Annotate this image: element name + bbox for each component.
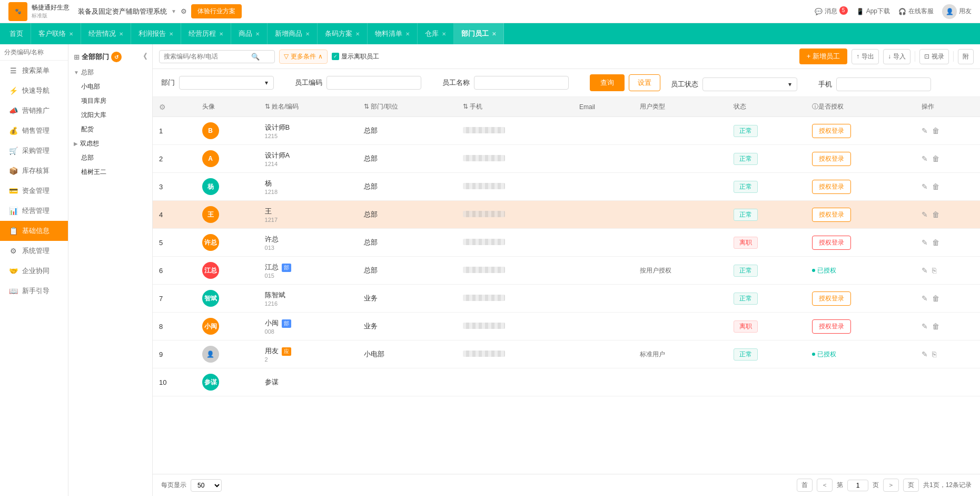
export-button[interactable]: ↑ 导出 xyxy=(852,49,879,64)
dropdown-arrow-icon[interactable]: ▼ xyxy=(171,8,176,14)
copy-icon[interactable]: ⎘ xyxy=(932,350,936,358)
tab-warehouse[interactable]: 仓库 ✕ xyxy=(418,23,454,44)
message-btn[interactable]: 💬 消息 5 xyxy=(815,7,848,16)
auth-login-button[interactable]: 授权登录 xyxy=(812,319,851,334)
sidebar-item-sales[interactable]: 💰 销售管理 xyxy=(0,121,68,141)
copy-icon[interactable]: ⎘ xyxy=(932,266,936,275)
tab-goods[interactable]: 商品 ✕ xyxy=(231,23,268,44)
dept-refresh-btn[interactable]: ↺ xyxy=(111,52,122,62)
dept-filter-select[interactable]: ▾ xyxy=(179,76,274,90)
page-number-input[interactable] xyxy=(847,480,868,491)
dept-item-xiaodibu[interactable]: 小电部 xyxy=(68,80,152,94)
edit-icon[interactable]: ✎ xyxy=(922,294,928,303)
tab-barcode[interactable]: 条码方案 ✕ xyxy=(318,23,368,44)
trial-button[interactable]: 体验行业方案 xyxy=(191,4,242,18)
online-service-btn[interactable]: 🎧 在线客服 xyxy=(898,7,934,16)
search-button[interactable]: 查询 xyxy=(590,74,625,91)
prev-page-button[interactable]: ＜ xyxy=(817,479,833,492)
show-resigned-toggle[interactable]: ✓ 显示离职员工 xyxy=(332,52,379,61)
auth-login-button[interactable]: 授权登录 xyxy=(812,291,851,306)
col-phone[interactable]: ⇅ 手机 xyxy=(457,97,573,117)
auth-login-button[interactable]: 授权登录 xyxy=(812,236,851,250)
tab-home[interactable]: 首页 xyxy=(4,23,31,44)
empcode-filter-input[interactable] xyxy=(326,76,421,90)
empstatus-filter-select[interactable]: ▾ xyxy=(702,77,797,91)
sidebar-item-business[interactable]: 📊 经营管理 xyxy=(0,201,68,221)
app-download-btn[interactable]: 📱 App下载 xyxy=(856,7,890,16)
edit-icon[interactable]: ✎ xyxy=(922,322,928,330)
sidebar-item-basic[interactable]: 📋 基础信息 xyxy=(0,221,68,241)
col-settings[interactable]: ⚙ xyxy=(153,97,196,117)
settings-col-icon[interactable]: ⚙ xyxy=(159,103,166,111)
sidebar-item-marketing[interactable]: 📣 营销推广 xyxy=(0,101,68,121)
next-page-button[interactable]: ＞ xyxy=(883,479,899,492)
auth-login-button[interactable]: 授权登录 xyxy=(812,208,851,222)
edit-icon[interactable]: ✎ xyxy=(922,266,928,275)
more-filter-btn[interactable]: ▽ 更多条件 ∧ xyxy=(279,50,328,64)
close-icon[interactable]: ✕ xyxy=(355,31,360,37)
close-icon[interactable]: ✕ xyxy=(69,31,73,37)
sidebar-item-purchase[interactable]: 🛒 采购管理 xyxy=(0,141,68,161)
col-name-code[interactable]: ⇅ 姓名/编码 xyxy=(259,97,358,117)
edit-icon[interactable]: ✎ xyxy=(922,238,928,247)
first-page-button[interactable]: 首 xyxy=(797,479,813,492)
edit-icon[interactable]: ✎ xyxy=(922,182,928,191)
delete-icon[interactable]: 🗑 xyxy=(932,154,939,163)
close-icon[interactable]: ✕ xyxy=(305,31,310,37)
sidebar-item-system[interactable]: ⚙ 系统管理 xyxy=(0,241,68,261)
search-input[interactable] xyxy=(164,53,248,60)
tab-profit[interactable]: 利润报告 ✕ xyxy=(131,23,181,44)
tab-customer[interactable]: 客户联络 ✕ xyxy=(31,23,81,44)
search-icon[interactable]: 🔍 xyxy=(251,53,260,61)
delete-icon[interactable]: 🗑 xyxy=(932,238,939,247)
sidebar-item-finance[interactable]: 💳 资金管理 xyxy=(0,181,68,201)
dept-item-shenyang[interactable]: 沈阳大库 xyxy=(68,108,152,122)
close-icon[interactable]: ✕ xyxy=(405,31,410,37)
sidebar-item-search[interactable]: ☰ 搜索菜单 xyxy=(0,61,68,81)
tab-bom[interactable]: 物料清单 ✕ xyxy=(368,23,418,44)
tab-dept-staff[interactable]: 部门员工 ✕ xyxy=(454,23,504,44)
col-dept-position[interactable]: ⇅ 部门/职位 xyxy=(358,97,457,117)
dept-item-projroom[interactable]: 项目库房 xyxy=(68,94,152,108)
view-button[interactable]: ⊡ 视录 xyxy=(919,49,949,64)
dept-item-peihuo[interactable]: 配货 xyxy=(68,122,152,137)
delete-icon[interactable]: 🗑 xyxy=(932,182,939,191)
sidebar-item-collab[interactable]: 🤝 企业协同 xyxy=(0,261,68,281)
dept-item-zongbu[interactable]: ▼ 总部 xyxy=(68,65,152,80)
close-icon[interactable]: ✕ xyxy=(119,31,123,37)
tab-process[interactable]: 经营历程 ✕ xyxy=(181,23,231,44)
dept-item-zongbu2[interactable]: 总部 xyxy=(68,151,152,165)
auth-login-button[interactable]: 授权登录 xyxy=(812,180,851,194)
settings-icon[interactable]: ⚙ xyxy=(181,7,187,15)
edit-icon[interactable]: ✎ xyxy=(922,127,928,135)
column-settings-button[interactable]: 附 xyxy=(958,49,974,64)
sidebar-item-inventory[interactable]: 📦 库存核算 xyxy=(0,161,68,181)
delete-icon[interactable]: 🗑 xyxy=(932,322,939,330)
delete-icon[interactable]: 🗑 xyxy=(932,127,939,135)
auth-login-button[interactable]: 授权登录 xyxy=(812,124,851,138)
auth-login-button[interactable]: 授权登录 xyxy=(812,152,851,166)
sidebar-item-guide[interactable]: 📖 新手引导 xyxy=(0,281,68,301)
edit-icon[interactable]: ✎ xyxy=(922,210,928,219)
import-button[interactable]: ↓ 导入 xyxy=(883,49,910,64)
sidebar-item-quicknav[interactable]: ⚡ 快速导航 xyxy=(0,81,68,101)
dept-item-shuangluxiang[interactable]: ▶ 双虑想 xyxy=(68,137,152,151)
close-icon[interactable]: ✕ xyxy=(219,31,223,37)
per-page-select[interactable]: 50 100 200 xyxy=(191,479,222,492)
tab-operation[interactable]: 经营情况 ✕ xyxy=(81,23,131,44)
edit-icon[interactable]: ✎ xyxy=(922,350,928,358)
edit-icon[interactable]: ✎ xyxy=(922,154,928,163)
delete-icon[interactable]: 🗑 xyxy=(932,294,939,303)
close-icon[interactable]: ✕ xyxy=(442,31,446,37)
tab-add-goods[interactable]: 新增商品 ✕ xyxy=(268,23,318,44)
dept-collapse-icon[interactable]: 《 xyxy=(140,52,147,62)
phone-filter-input[interactable] xyxy=(836,77,931,91)
add-employee-button[interactable]: + 新增员工 xyxy=(799,48,847,64)
delete-icon[interactable]: 🗑 xyxy=(932,210,939,219)
dept-item-zhishu[interactable]: 植树王二 xyxy=(68,165,152,179)
last-page-button[interactable]: 页 xyxy=(903,479,919,492)
empname-filter-input[interactable] xyxy=(474,76,569,90)
reset-button[interactable]: 设置 xyxy=(629,74,660,91)
user-area[interactable]: 👤 用友 xyxy=(942,4,972,19)
close-icon[interactable]: ✕ xyxy=(255,31,260,37)
